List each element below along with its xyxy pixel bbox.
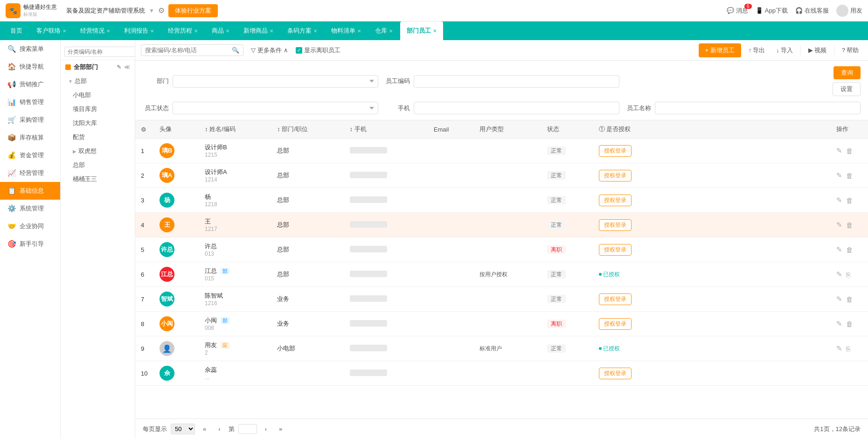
tab-new-goods[interactable]: 新增商品 ✕ bbox=[237, 21, 280, 40]
sidebar-item-marketing[interactable]: 📢 营销推广 bbox=[0, 76, 60, 93]
close-icon[interactable]: ✕ bbox=[194, 28, 198, 34]
dept-node-peihuo[interactable]: 配货 bbox=[61, 130, 135, 144]
close-icon[interactable]: ✕ bbox=[62, 28, 66, 34]
delete-icon[interactable]: 🗑 bbox=[846, 172, 853, 180]
edit-icon[interactable]: ✎ bbox=[836, 146, 842, 155]
tab-home[interactable]: 首页 bbox=[4, 21, 29, 40]
auth-button[interactable]: 授权登录 bbox=[599, 219, 632, 231]
close-icon[interactable]: ✕ bbox=[226, 28, 229, 34]
add-staff-button[interactable]: + 新增员工 bbox=[699, 43, 741, 57]
video-btn[interactable]: ▶ 视频 bbox=[805, 44, 830, 56]
col-phone[interactable]: ↕ 手机 bbox=[344, 120, 428, 139]
dept-node-tongwang[interactable]: 桶桶王三 bbox=[61, 172, 135, 186]
copy-icon[interactable]: ⎘ bbox=[846, 345, 850, 353]
auth-button[interactable]: 授权登录 bbox=[599, 293, 632, 305]
close-icon[interactable]: ✕ bbox=[433, 28, 437, 34]
close-icon[interactable]: ✕ bbox=[150, 28, 154, 34]
sidebar-item-finance[interactable]: 💰 资金管理 bbox=[0, 146, 60, 164]
col-auth[interactable]: ① 是否授权 bbox=[593, 120, 669, 139]
search-main-icon[interactable]: 🔍 bbox=[232, 47, 239, 54]
tab-profit[interactable]: 利润报告 ✕ bbox=[118, 21, 160, 40]
show-resigned-toggle[interactable]: ✓ 显示离职员工 bbox=[296, 46, 340, 55]
status-select[interactable] bbox=[173, 102, 378, 114]
gear-icon[interactable]: ⚙ bbox=[158, 6, 165, 15]
online-service-btn[interactable]: 🎧 在线客服 bbox=[795, 7, 829, 15]
next-page-btn[interactable]: › bbox=[261, 424, 271, 434]
tab-warehouse[interactable]: 仓库 ✕ bbox=[368, 21, 399, 40]
copy-icon[interactable]: ⎘ bbox=[846, 271, 850, 279]
close-icon[interactable]: ✕ bbox=[313, 28, 317, 34]
edit-icon[interactable]: ✎ bbox=[836, 245, 842, 254]
tab-customer[interactable]: 客户联络 ✕ bbox=[30, 21, 73, 40]
search-main-input[interactable] bbox=[145, 47, 230, 54]
tab-barcode[interactable]: 条码方案 ✕ bbox=[281, 21, 324, 40]
sidebar-item-collab[interactable]: 🤝 企业协同 bbox=[0, 217, 60, 235]
sidebar-item-purchase[interactable]: 🛒 采购管理 bbox=[0, 111, 60, 129]
empcode-input[interactable] bbox=[414, 75, 619, 88]
edit-icon[interactable]: ✎ bbox=[117, 64, 121, 70]
message-btn[interactable]: 💬 消息 6 bbox=[727, 7, 748, 15]
col-name[interactable]: ↕ 姓名/编码 bbox=[199, 120, 271, 139]
sidebar-item-sales[interactable]: 📊 销售管理 bbox=[0, 93, 60, 111]
first-page-btn[interactable]: « bbox=[199, 424, 210, 434]
sidebar-item-guide[interactable]: 🎯 新手引导 bbox=[0, 235, 60, 253]
export-btn[interactable]: ↑ 导出 bbox=[745, 44, 769, 56]
last-page-btn[interactable]: » bbox=[275, 424, 286, 434]
import-btn[interactable]: ↓ 导入 bbox=[772, 44, 797, 56]
tab-bom[interactable]: 物料清单 ✕ bbox=[325, 21, 368, 40]
auth-button[interactable]: 授权登录 bbox=[599, 195, 632, 206]
dept-node-shuanghu[interactable]: ▶ 双虎想 bbox=[61, 144, 135, 158]
edit-icon[interactable]: ✎ bbox=[836, 320, 842, 328]
auth-button[interactable]: 授权登录 bbox=[599, 368, 632, 379]
delete-icon[interactable]: 🗑 bbox=[846, 320, 853, 328]
prev-page-btn[interactable]: ‹ bbox=[214, 424, 224, 434]
close-icon[interactable]: ✕ bbox=[106, 28, 110, 34]
filter-btn[interactable]: ▽ 更多条件 ∧ bbox=[247, 44, 292, 56]
sidebar-item-business[interactable]: 📈 经营管理 bbox=[0, 164, 60, 182]
delete-icon[interactable]: 🗑 bbox=[846, 295, 853, 303]
delete-icon[interactable]: 🗑 bbox=[846, 221, 853, 229]
dept-node-shenyang[interactable]: 沈阳大库 bbox=[61, 116, 135, 130]
phone-input[interactable] bbox=[414, 102, 619, 114]
sidebar-item-system[interactable]: ⚙️ 系统管理 bbox=[0, 200, 60, 217]
auth-button[interactable]: 授权登录 bbox=[599, 145, 632, 157]
delete-icon[interactable]: 🗑 bbox=[846, 246, 853, 254]
edit-icon[interactable]: ✎ bbox=[836, 196, 842, 204]
search-button[interactable]: 查询 bbox=[833, 66, 861, 79]
current-page-input[interactable]: 1 bbox=[238, 424, 257, 434]
dept-node-zongbu-parent[interactable]: ▼ 总部 bbox=[61, 74, 135, 88]
empname-input[interactable] bbox=[655, 102, 861, 114]
edit-icon[interactable]: ✎ bbox=[836, 171, 842, 180]
col-settings[interactable]: ⚙ bbox=[135, 120, 154, 139]
edit-icon[interactable]: ✎ bbox=[836, 344, 842, 353]
reset-button[interactable]: 设置 bbox=[833, 82, 861, 96]
auth-button[interactable]: 授权登录 bbox=[599, 244, 632, 256]
auth-button[interactable]: 授权登录 bbox=[599, 170, 632, 181]
tab-goods[interactable]: 商品 ✕ bbox=[205, 21, 236, 40]
edit-icon[interactable]: ✎ bbox=[836, 295, 842, 303]
app-download-btn[interactable]: 📱 App下载 bbox=[756, 7, 788, 15]
tree-search-input[interactable] bbox=[64, 47, 135, 57]
sidebar-item-search[interactable]: 🔍 搜索菜单 bbox=[0, 40, 60, 58]
collapse-icon[interactable]: ≪ bbox=[124, 64, 130, 70]
tab-operation[interactable]: 经营情况 ✕ bbox=[74, 21, 117, 40]
sidebar-item-basic[interactable]: 📋 基础信息 bbox=[0, 182, 60, 200]
tab-dept-staff[interactable]: 部门员工 ✕ bbox=[400, 21, 443, 40]
sidebar-item-nav[interactable]: 🏠 快捷导航 bbox=[0, 58, 60, 76]
page-size-select[interactable]: 50 100 bbox=[171, 424, 195, 434]
auth-button[interactable]: 授权登录 bbox=[599, 318, 632, 330]
sidebar-item-inventory[interactable]: 📦 库存核算 bbox=[0, 129, 60, 146]
edit-icon[interactable]: ✎ bbox=[836, 270, 842, 279]
dept-node-xiaodian[interactable]: 小电部 bbox=[61, 88, 135, 102]
dept-select[interactable] bbox=[173, 75, 378, 88]
dept-node-project[interactable]: 项目库房 bbox=[61, 102, 135, 116]
col-dept[interactable]: ↕ 部门/职位 bbox=[271, 120, 344, 139]
close-icon[interactable]: ✕ bbox=[357, 28, 361, 34]
tab-history[interactable]: 经营历程 ✕ bbox=[161, 21, 204, 40]
user-btn[interactable]: 用友 bbox=[836, 5, 862, 17]
trial-button[interactable]: 体验行业方案 bbox=[168, 4, 218, 17]
delete-icon[interactable]: 🗑 bbox=[846, 196, 853, 204]
close-icon[interactable]: ✕ bbox=[389, 28, 393, 34]
help-btn[interactable]: ? 帮助 bbox=[838, 44, 862, 56]
delete-icon[interactable]: 🗑 bbox=[846, 147, 853, 155]
